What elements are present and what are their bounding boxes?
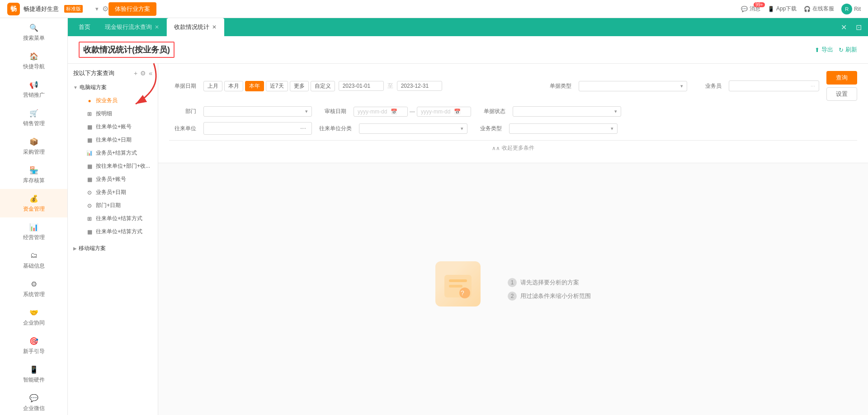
empty-tip-2: 2 用过滤条件来缩小分析范围	[508, 292, 591, 301]
svg-rect-2	[449, 285, 462, 288]
date-btn-this-year[interactable]: 本年	[245, 81, 264, 91]
query-button[interactable]: 查询	[826, 71, 857, 85]
panel-header-label: 按以下方案查询	[73, 69, 114, 77]
online-service-button[interactable]: 🎧 在线客服	[804, 5, 834, 13]
date-btn-custom[interactable]: 自定义	[311, 81, 335, 91]
dept-select[interactable]: ▾	[203, 106, 312, 117]
partner-select[interactable]: ···	[203, 122, 312, 135]
finance-icon: 💰	[29, 193, 39, 203]
trial-button[interactable]: 体验行业方案	[108, 2, 156, 16]
desktop-section-items: ● 按业务员 ⊞ 按明细 ▦ 往来单位+账号 ▦ 往来单位+日期	[68, 94, 158, 238]
refresh-button[interactable]: ↻ 刷新	[839, 46, 857, 54]
panel-collapse-icon[interactable]: «	[149, 70, 152, 77]
tree-section-mobile[interactable]: ▶ 移动端方案	[68, 242, 158, 255]
tab-home[interactable]: 首页	[71, 23, 98, 31]
sidebar-item-basic-info[interactable]: 🗂 基础信息	[0, 246, 67, 274]
smart-hw-icon: 📱	[29, 364, 39, 374]
date-end-input[interactable]: 2023-12-31	[397, 81, 442, 91]
sidebar-item-beginner[interactable]: 🎯 新手引导	[0, 331, 67, 360]
date-label: 单据日期	[169, 82, 196, 90]
salesperson-select[interactable]: ···	[729, 80, 819, 91]
audit-start-input[interactable]: yyyy-mm-dd 📅	[354, 107, 408, 117]
date-start-input[interactable]: 2023-01-01	[339, 81, 384, 91]
date-btn-7days[interactable]: 近7天	[266, 81, 288, 91]
export-button[interactable]: ⬆ 导出	[815, 46, 833, 54]
tree-item-unit-dept-collect[interactable]: ▦ 按往来单位+部门+收...	[79, 160, 158, 173]
messages-button[interactable]: 💬 消息 99+	[741, 5, 760, 13]
app-download-button[interactable]: 📱 App下载	[768, 5, 797, 13]
wechat-icon: 💬	[29, 393, 39, 403]
tab-bank-flow[interactable]: 现金银行流水查询 ✕	[98, 18, 167, 36]
tab-receipts-stats[interactable]: 收款情况统计 ✕	[167, 18, 224, 36]
filter-area: 单据日期 上月 本月 本年 近7天 更多 自定义 2023-	[158, 64, 868, 163]
sidebar-item-smart-hw[interactable]: 📱 智能硬件	[0, 360, 67, 388]
tree-item-unit-settlement2[interactable]: ▦ 往来单位+结算方式	[79, 225, 158, 238]
biz-type-chevron-icon: ▾	[611, 126, 613, 132]
sidebar-item-purchase[interactable]: 📦 采购管理	[0, 132, 67, 160]
desktop-section-arrow: ▼	[73, 85, 78, 90]
sp-date-icon: ⊙	[86, 189, 93, 196]
tree-item-unit-date[interactable]: ▦ 往来单位+日期	[79, 133, 158, 146]
app-logo-icon: 畅	[7, 3, 20, 15]
tab-bank-flow-label: 现金银行流水查询	[105, 23, 152, 31]
svg-text:?: ?	[461, 289, 464, 297]
biz-type-label: 业务类型	[475, 125, 502, 132]
biz-type-select[interactable]: ▾	[509, 123, 618, 134]
sidebar-item-finance[interactable]: 💰 资金管理	[0, 189, 67, 217]
tree-item-unit-settlement1[interactable]: ⊞ 往来单位+结算方式	[79, 212, 158, 225]
sidebar-item-sales[interactable]: 🛒 销售管理	[0, 104, 67, 132]
salesperson-more-icon: ···	[811, 83, 815, 89]
sidebar-item-quick-nav[interactable]: 🏠 快捷导航	[0, 47, 67, 75]
tree-item-salesperson-account[interactable]: ▦ 业务员+账号	[79, 173, 158, 186]
date-btn-last-month[interactable]: 上月	[203, 81, 222, 91]
panel-add-icon[interactable]: +	[134, 70, 137, 77]
panel-settings-icon[interactable]: ⚙	[140, 70, 146, 77]
detail-item-label: 按明细	[96, 110, 112, 118]
tip-1-text: 请先选择要分析的方案	[520, 278, 579, 287]
tree-item-dept-date[interactable]: ⊙ 部门+日期	[79, 199, 158, 212]
sidebar-item-inventory[interactable]: 🏪 库存核算	[0, 160, 67, 189]
tree-item-by-salesperson[interactable]: ● 按业务员	[79, 94, 158, 107]
date-btn-more[interactable]: 更多	[290, 81, 309, 91]
filter-row-3: 往来单位 ··· 往来单位分类 ▾ 业务类型 ▾	[169, 122, 857, 135]
sidebar-item-operations[interactable]: 📊 经营管理	[0, 217, 67, 246]
audit-date-group: yyyy-mm-dd 📅 — yyyy-mm-dd 📅	[354, 107, 471, 117]
sidebar-item-wechat[interactable]: 💬 企业微信	[0, 388, 67, 415]
tree-item-salesperson-date[interactable]: ⊙ 业务员+日期	[79, 186, 158, 199]
avatar: R	[841, 4, 852, 14]
sp-account-icon: ▦	[86, 176, 93, 183]
audit-date-label: 审核日期	[319, 108, 346, 115]
window-resize-btn[interactable]: ⊡	[853, 22, 864, 33]
tab-receipts-stats-close[interactable]: ✕	[212, 24, 217, 30]
user-avatar[interactable]: R Rit	[841, 4, 861, 14]
search-menu-icon: 🔍	[29, 23, 39, 33]
tree-item-unit-account[interactable]: ▦ 往来单位+账号	[79, 120, 158, 133]
tree-item-salesperson-settlement[interactable]: 📊 业务员+结算方式	[79, 146, 158, 160]
gear-settings-icon[interactable]: ⚙	[102, 5, 108, 13]
settings-button[interactable]: 设置	[826, 87, 857, 101]
dept-date-icon: ⊙	[86, 202, 93, 209]
tree-item-by-detail[interactable]: ⊞ 按明细	[79, 107, 158, 120]
tip-num-1: 1	[508, 278, 517, 287]
tab-bank-flow-close[interactable]: ✕	[155, 24, 159, 30]
partner-category-select[interactable]: ▾	[359, 123, 467, 134]
sidebar-item-enterprise[interactable]: 🤝 企业协同	[0, 303, 67, 331]
sidebar-item-search-menu[interactable]: 🔍 搜索菜单	[0, 18, 67, 47]
window-close-btn[interactable]: ✕	[838, 22, 849, 33]
doc-status-select[interactable]: ▾	[513, 106, 621, 117]
purchase-icon: 📦	[29, 137, 39, 146]
sidebar-item-system[interactable]: ⚙ 系统管理	[0, 274, 67, 303]
collapse-filter-button[interactable]: ∧∧ 收起更多条件	[169, 140, 857, 156]
chevron-down-icon[interactable]: ▾	[95, 5, 99, 12]
audit-end-input[interactable]: yyyy-mm-dd 📅	[417, 107, 471, 117]
unit-dept-collect-label: 按往来单位+部门+收...	[96, 162, 150, 170]
svg-rect-1	[449, 279, 467, 282]
partner-label: 往来单位	[169, 125, 196, 132]
tree-section-desktop[interactable]: ▼ 电脑端方案	[68, 81, 158, 94]
sidebar-item-marketing[interactable]: 📢 营销推广	[0, 75, 67, 104]
dept-label: 部门	[169, 108, 196, 115]
sp-settlement-icon: 📊	[86, 150, 93, 157]
doc-type-select[interactable]: ▾	[579, 81, 687, 91]
partner-category-chevron-icon: ▾	[461, 126, 463, 132]
date-btn-this-month[interactable]: 本月	[224, 81, 243, 91]
